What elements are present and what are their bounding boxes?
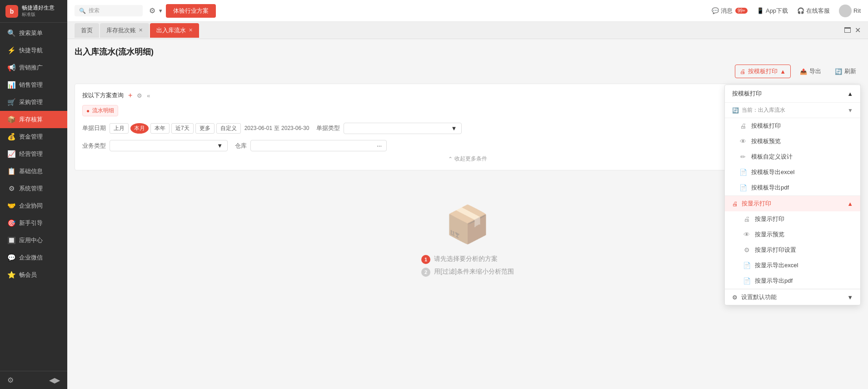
dropdown-item-template-customize[interactable]: ✏ 模板自定义设计 <box>725 149 860 165</box>
sidebar-item-operation[interactable]: 📈 经营管理 <box>0 145 67 163</box>
collapse-sidebar-icon[interactable]: ◀▶ <box>49 376 60 384</box>
tab-batch-close-icon[interactable]: ✕ <box>139 27 143 33</box>
warehouse-select[interactable]: ··· <box>250 140 387 151</box>
export-icon: 📤 <box>800 68 807 75</box>
user-avatar-item[interactable]: Rit <box>839 5 861 17</box>
inventory-icon: 📦 <box>7 115 15 124</box>
dropdown-item-template-export-pdf[interactable]: 📄 按模板导出pdf <box>725 180 860 195</box>
dropdown-item-label: 按显示打印 <box>755 215 784 223</box>
dropdown-item-display-export-excel[interactable]: 📄 按显示导出excel <box>725 258 860 273</box>
sidebar-item-guide[interactable]: 🎯 新手引导 <box>0 214 67 232</box>
add-condition-icon[interactable]: + <box>128 91 132 100</box>
chevron-down-icon: ▼ <box>848 107 853 114</box>
dropdown-item-label: 按显示导出pdf <box>755 277 793 285</box>
printer-icon: 🖨 <box>743 215 750 223</box>
dropdown-current: 🔄 当前：出入库流水 ▼ <box>725 103 860 118</box>
sidebar-item-inventory[interactable]: 📦 库存核算 <box>0 111 67 128</box>
dropdown-item-display-print[interactable]: 🖨 按显示打印 <box>725 211 860 227</box>
dropdown-item-display-preview[interactable]: 👁 按显示预览 <box>725 227 860 242</box>
sidebar-item-member[interactable]: ⭐ 畅会员 <box>0 266 67 284</box>
dropdown-footer[interactable]: ⚙ 设置默认功能 ▼ <box>725 289 860 305</box>
sidebar-item-shortcut[interactable]: ⚡ 快捷导航 <box>0 42 67 59</box>
app-download-item[interactable]: 📱 App下载 <box>757 7 788 15</box>
more-icon: ··· <box>377 142 382 149</box>
step-1-num: 1 <box>421 255 430 264</box>
main-area: 🔍 搜索 ⚙ ▾ 体验行业方案 💬 消息 99+ 📱 App下载 🎧 在线客服 <box>67 0 868 389</box>
trial-button[interactable]: 体验行业方案 <box>166 4 216 18</box>
date-btn-more[interactable]: 更多 <box>195 123 215 134</box>
dropdown-display-section[interactable]: 🖨 按显示打印 ▲ <box>725 196 860 211</box>
sidebar-item-wechat[interactable]: 💬 企业微信 <box>0 249 67 266</box>
empty-step-2: 2 用[过滤]条件来缩小分析范围 <box>421 268 514 277</box>
dropdown-item-template-export-excel[interactable]: 📄 按模板导出excel <box>725 165 860 180</box>
tab-flow[interactable]: 出入库流水 ✕ <box>150 23 199 38</box>
date-btn-this-year[interactable]: 本年 <box>150 123 170 134</box>
tab-restore-button[interactable]: 🗖 <box>844 26 851 35</box>
customer-service-item[interactable]: 🎧 在线客服 <box>797 7 830 15</box>
sidebar-item-purchase[interactable]: 🛒 采购管理 <box>0 94 67 111</box>
date-btn-custom[interactable]: 自定义 <box>216 123 241 134</box>
sidebar-item-basic[interactable]: 📋 基础信息 <box>0 163 67 180</box>
sidebar-item-app-center[interactable]: 🔲 应用中心 <box>0 232 67 249</box>
export-button[interactable]: 📤 导出 <box>795 65 826 78</box>
collapse-icon[interactable]: « <box>147 92 150 99</box>
step-2-num: 2 <box>421 268 430 277</box>
tab-bar: 首页 库存批次账 ✕ 出入库流水 ✕ 🗖 ✕ <box>67 22 868 39</box>
topbar-gear-icon[interactable]: ⚙ <box>149 6 155 15</box>
sidebar-item-system[interactable]: ⚙ 系统管理 <box>0 180 67 197</box>
chevron-up-icon: ▲ <box>847 200 853 207</box>
settings-icon[interactable]: ⚙ <box>7 376 14 384</box>
type-select[interactable]: ▼ <box>344 123 462 134</box>
topbar-dropdown-icon[interactable]: ▾ <box>159 7 162 14</box>
business-type-select[interactable]: ▼ <box>110 140 228 151</box>
eye-icon: 👁 <box>739 138 747 145</box>
refresh-button[interactable]: 🔄 刷新 <box>830 65 861 78</box>
chevron-up-icon: ⌃ <box>448 156 453 162</box>
topbar: 🔍 搜索 ⚙ ▾ 体验行业方案 💬 消息 99+ 📱 App下载 🎧 在线客服 <box>67 0 868 22</box>
tab-close-button[interactable]: ✕ <box>855 26 861 35</box>
date-btn-this-month[interactable]: 本月 <box>130 123 149 134</box>
topbar-search-box[interactable]: 🔍 搜索 <box>75 5 143 16</box>
sidebar-item-sales[interactable]: 📊 销售管理 <box>0 76 67 94</box>
business-type-label: 业务类型 <box>82 142 106 150</box>
topbar-left: 🔍 搜索 ⚙ ▾ 体验行业方案 <box>75 4 216 18</box>
sidebar-item-marketing[interactable]: 📢 营销推广 <box>0 59 67 76</box>
printer-display-icon: 🖨 <box>732 200 738 207</box>
eye-icon: 👁 <box>743 231 750 238</box>
date-btn-last-month[interactable]: 上月 <box>110 123 129 134</box>
message-badge: 99+ <box>735 8 748 14</box>
sidebar-item-label: 企业微信 <box>19 254 43 262</box>
guide-icon: 🎯 <box>7 219 15 227</box>
tab-flow-close-icon[interactable]: ✕ <box>189 27 193 33</box>
app-logo: b 畅捷通好生意 标准版 <box>0 0 67 23</box>
customer-service-label: 在线客服 <box>806 7 830 15</box>
sidebar-nav: 🔍 搜索菜单 ⚡ 快捷导航 📢 营销推广 📊 销售管理 🛒 采购管理 📦 库存核… <box>0 23 67 371</box>
template-print-label: 按模板打印 <box>748 67 778 75</box>
sidebar-item-label: 采购管理 <box>19 98 43 106</box>
tab-home[interactable]: 首页 <box>75 23 99 38</box>
template-print-button[interactable]: 🖨 按模板打印 ▲ <box>735 65 791 78</box>
sidebar-item-label: 基础信息 <box>19 167 43 175</box>
step-1-text: 请先选择要分析的方案 <box>434 255 498 263</box>
dropdown-item-template-preview[interactable]: 👁 按模板预览 <box>725 134 860 149</box>
sidebar-item-finance[interactable]: 💰 资金管理 <box>0 128 67 145</box>
tab-batch-label: 库存批次账 <box>106 26 136 35</box>
user-name-label: Rit <box>853 7 861 14</box>
sidebar-item-label: 畅会员 <box>19 271 37 279</box>
dropdown-item-label: 按模板打印 <box>751 122 781 130</box>
dropdown-item-template-print[interactable]: 🖨 按模板打印 <box>725 118 860 134</box>
search-icon: 🔍 <box>79 8 86 14</box>
date-field-label: 单据日期 <box>82 124 106 132</box>
sidebar-item-search[interactable]: 🔍 搜索菜单 <box>0 25 67 42</box>
sidebar-item-collab[interactable]: 🤝 企业协同 <box>0 197 67 214</box>
message-item[interactable]: 💬 消息 99+ <box>712 7 748 15</box>
type-field-label: 单据类型 <box>316 124 340 132</box>
settings-condition-icon[interactable]: ⚙ <box>137 92 142 99</box>
tab-batch[interactable]: 库存批次账 ✕ <box>100 23 149 38</box>
tab-home-label: 首页 <box>81 26 93 35</box>
dropdown-item-display-export-pdf[interactable]: 📄 按显示导出pdf <box>725 273 860 289</box>
date-btn-7days[interactable]: 近7天 <box>171 123 194 134</box>
phone-icon: 📱 <box>757 7 764 14</box>
dropdown-title: 按模板打印 <box>732 90 762 98</box>
dropdown-item-display-print-settings[interactable]: ⚙ 按显示打印设置 <box>725 242 860 258</box>
